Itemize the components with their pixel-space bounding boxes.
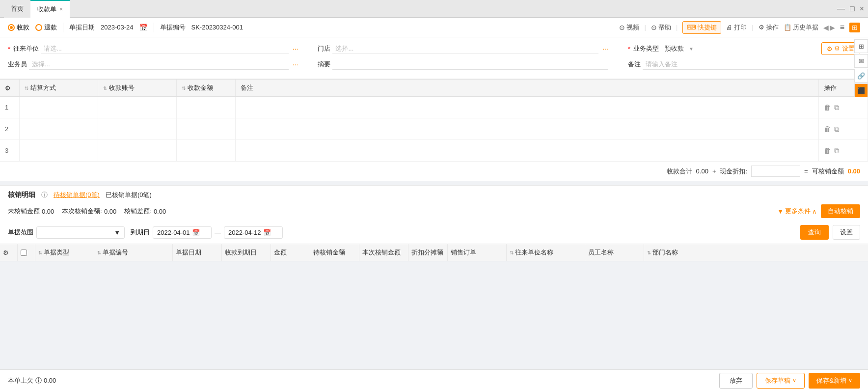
filter-settings-btn[interactable]: 设置 [833,225,860,240]
print-btn[interactable]: 🖨 打印 [726,23,747,32]
filter-icon: ▼ [777,208,784,215]
biz-type-chevron[interactable]: ▼ [689,46,694,52]
nav-next-btn[interactable]: ▶ [830,24,835,31]
video-label: 视频 [626,23,639,32]
query-btn[interactable]: 查询 [800,225,829,240]
diff-value: 0.00 [154,208,166,215]
th-amount: ⇅ 收款金额 [177,80,236,96]
radio-refund-dot [35,24,42,31]
date-to-value: 2022-04-12 [228,229,261,236]
sidebar-table-icon[interactable]: ⊞ [854,39,868,53]
row2-copy-btn[interactable]: ⧉ [834,125,840,134]
date-from-input[interactable]: 2022-04-01 📅 [153,226,212,239]
sidebar-active-icon[interactable]: ⬛ [854,84,868,97]
operation-label: 操作 [766,23,779,32]
list-view-btn[interactable]: ≡ [840,23,844,32]
nav-prev-btn[interactable]: ◀ [823,24,829,31]
select-all-checkbox[interactable] [21,250,27,256]
row3-remark[interactable] [236,140,819,161]
bottom-info-value: 0.00 [44,377,56,384]
date-to-input[interactable]: 2022-04-12 📅 [224,226,283,239]
row2-delete-btn[interactable]: 🗑 [824,125,831,133]
lth-pending-label: 待核销金额 [313,248,345,257]
customer-input[interactable] [41,43,289,54]
help-btn[interactable]: ⊙ 帮助 [651,23,671,32]
lth-current-label: 本次核销金额 [362,248,401,257]
save-draft-btn[interactable]: 保存草稿 ∨ [757,373,805,389]
shortcut-btn[interactable]: ⌨ 快捷键 [682,21,721,34]
note-input[interactable] [643,59,860,70]
lth-due-date: 收款到期日 [222,244,271,261]
tab-home[interactable]: 首页 [4,0,30,18]
window-minimize-btn[interactable]: — [837,4,845,13]
abandon-btn[interactable]: 放弃 [719,373,753,389]
window-close-btn[interactable]: × [860,4,864,13]
row1-copy-btn[interactable]: ⧉ [834,103,840,112]
row3-amount[interactable] [177,140,236,161]
lth-checkbox[interactable] [18,244,35,261]
date-value: 2023-03-24 [101,24,134,31]
customer-label: 往来单位 [13,44,39,53]
date-picker-icon[interactable]: 📅 [139,24,148,31]
auto-recon-btn[interactable]: 自动核销 [821,204,860,218]
reconciliation-section: 核销明细 ⓘ 待核销单据(0笔) 已核销单据(0笔) 未核销金额 0.00 本次… [0,185,868,261]
store-more-icon[interactable]: ··· [602,45,608,53]
grid-view-btn[interactable]: ⊞ [849,23,860,32]
row2-num: 2 [0,118,20,140]
calendar-to-icon[interactable]: 📅 [263,229,271,236]
save-new-btn[interactable]: 保存&新增 ∨ [809,373,860,389]
staff-input[interactable] [29,59,289,70]
tab-close-icon[interactable]: × [59,6,63,13]
range-label: 单据范围 [8,228,33,237]
row1-remark[interactable] [236,97,819,118]
remark-input[interactable] [332,59,608,70]
recon-stats: 未核销金额 0.00 本次核销金额: 0.00 核销差额: 0.00 ▼ 更多条… [0,202,868,222]
staff-more-icon[interactable]: ··· [293,60,298,68]
lth-settings[interactable]: ⚙ [0,244,18,261]
sidebar-mail-icon[interactable]: ✉ [854,54,868,68]
window-maximize-btn[interactable]: □ [850,4,855,13]
shortcut-label: 快捷键 [698,23,717,32]
divider-2 [154,23,154,32]
row3-account[interactable] [98,140,177,161]
row2-payment[interactable] [20,118,98,140]
current-stat: 本次核销金额: 0.00 [62,207,116,216]
recon-tab-done[interactable]: 已核销单据(0笔) [106,191,152,199]
video-icon: ⊙ [619,24,625,31]
history-btn[interactable]: 📋 历史单据 [784,23,818,32]
discount-input[interactable] [751,166,800,177]
video-btn[interactable]: ⊙ 视频 [619,23,639,32]
recon-tab-pending[interactable]: 待核销单据(0笔) [54,191,100,199]
print-icon: 🖨 [726,24,732,31]
more-conditions-btn[interactable]: ▼ 更多条件 ∧ [777,207,817,216]
bottom-info-icon[interactable]: ⓘ [35,376,42,385]
tab-active[interactable]: 收款单 × [30,0,70,18]
calendar-from-icon[interactable]: 📅 [192,229,200,236]
bottom-info-label: 本单上欠 [8,376,33,385]
row1-delete-btn[interactable]: 🗑 [824,103,831,112]
th-settings[interactable]: ⚙ [0,80,20,96]
recon-info-icon[interactable]: ⓘ [41,191,48,199]
radio-refund[interactable]: 退款 [35,23,57,32]
th-payment-method: ⇅ 结算方式 [20,80,98,96]
row2-account[interactable] [98,118,177,140]
biz-type-field: * 业务类型 预收款 ▼ ⚙ ⚙ 设置 [628,42,860,55]
sidebar-link-icon[interactable]: 🔗 [854,69,868,83]
row3-copy-btn[interactable]: ⧉ [834,146,840,155]
row3-payment[interactable] [20,140,98,161]
row2-remark[interactable] [236,118,819,140]
customer-more-icon[interactable]: ··· [293,45,298,53]
row1-payment[interactable] [20,97,98,118]
operation-btn[interactable]: ⚙ 操作 [759,23,779,32]
store-input[interactable] [332,43,598,54]
row3-delete-btn[interactable]: 🗑 [824,146,831,155]
radio-receive[interactable]: 收款 [8,23,29,32]
row1-account[interactable] [98,97,177,118]
store-field: 门店 ··· [318,43,608,54]
row1-amount[interactable] [177,97,236,118]
plus-sign: + [712,168,716,175]
range-select[interactable]: ▼ [36,226,125,239]
net-value: 0.00 [848,168,860,175]
lth-current: 本次核销金额 [359,244,408,261]
row2-amount[interactable] [177,118,236,140]
